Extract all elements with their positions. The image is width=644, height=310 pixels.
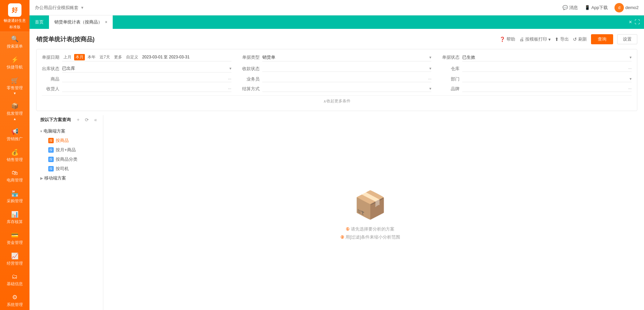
by-goods-cat-icon: 按 [48,157,54,162]
sidebar-item-search-label: 搜索菜单 [7,44,23,49]
tree-desktop-parent[interactable]: ▾ 电脑端方案 [36,126,103,136]
settle-dropdown-icon[interactable]: ▾ [429,86,431,91]
tab-report[interactable]: 销货单统计表（按商品） × [49,15,113,29]
ops-icon: 📈 [11,252,18,260]
print-icon: 🖨 [519,37,524,42]
tab-home[interactable]: 首页 [30,15,49,29]
empty-text-2: ② 用[过滤]条件来缩小分析范围 [340,234,400,240]
app-download-label: App下载 [591,5,608,11]
sidebar-item-quicknav[interactable]: ⚡ 快捷导航 [0,53,30,73]
sidebar-item-ops[interactable]: 📈 经营管理 [0,249,30,270]
tree-item-by-machine[interactable]: 按 按司机 [36,164,103,173]
date-label: 单据日期 [42,54,62,60]
collapse-label: 收起更多条件 [326,98,351,104]
logo-text: 畅捷通好生意 [4,18,26,23]
date-tab-7days[interactable]: 近7天 [98,54,111,60]
date-tabs: 上月 本月 本年 近7天 更多 自定义 [62,54,140,60]
message-btn[interactable]: 💬 消息 [562,5,578,11]
help-btn[interactable]: ❓ 帮助 [499,36,515,42]
refresh-btn[interactable]: ↺ 刷新 [573,36,587,42]
app-download-btn[interactable]: 📱 App下载 [585,5,608,11]
goods-control: ··· [62,76,231,82]
collapse-bar[interactable]: ∧ 收起更多条件 [42,95,632,107]
sidebar-item-retail[interactable]: 🛒 零售管理 ▾ [0,73,30,99]
date-tab-custom[interactable]: 自定义 [125,54,140,60]
stock-out-dropdown-icon[interactable]: ▾ [229,66,231,71]
sidebar-item-inventory[interactable]: 📊 库存核算 [0,207,30,228]
tabbar-right: × ⛶ [629,19,644,25]
tree-mobile-parent[interactable]: ▶ 移动端方案 [36,173,103,183]
date-control: 上月 本月 本年 近7天 更多 自定义 2023-03-01 至 2023-03… [62,53,231,61]
template-print-label: 按模板打印 [525,36,547,42]
sidebar-item-retail-label: 零售管理 [7,85,23,91]
brand-more-icon[interactable]: ··· [628,86,632,91]
dept-dropdown-icon[interactable]: ▾ [630,76,632,81]
consignee-label: 收货人 [42,86,62,92]
tree-item-by-goods-cat[interactable]: 按 按商品分类 [36,155,103,164]
sidebar-item-sales[interactable]: 💰 销售管理 [0,145,30,166]
desktop-chevron-icon: ▾ [40,129,42,134]
consignee-more-icon[interactable]: ··· [228,86,231,91]
inventory-icon: 📊 [11,211,18,218]
filter-dept: 部门 ▾ [442,76,632,82]
panel-refresh-icon[interactable]: ⟳ [84,116,90,123]
sidebar-item-search[interactable]: 🔍 搜索菜单 [0,32,30,53]
template-print-btn[interactable]: 🖨 按模板打印 ▾ [519,36,551,42]
right-section: 📦 ① 请先选择要分析的方案 ② 用[过滤]条件来缩小分析范围 [103,115,637,310]
doc-status-dropdown-icon[interactable]: ▾ [630,55,632,60]
sidebar-item-system-label: 系统管理 [7,302,23,308]
collapse-up-icon: ∧ [323,99,326,104]
sidebar-item-wholesale[interactable]: 📦 批发管理 ▴ [0,99,30,124]
mobile-chevron-icon: ▶ [40,176,43,180]
sidebar-item-system[interactable]: ⚙ 系统管理 [0,290,30,310]
date-tab-thisyear[interactable]: 本年 [86,54,97,60]
export-btn[interactable]: ⬆ 导出 [555,36,569,42]
tree-item-by-month-goods[interactable]: 按 按月+商品 [36,145,103,155]
filter-salesman: 业务员 ··· [242,76,432,82]
sidebar-item-marketing-label: 营销推广 [7,136,23,142]
step1-label: 请先选择要分析的方案 [351,226,394,232]
sidebar-item-purchase[interactable]: 🏪 采购管理 [0,187,30,207]
filter-area: 单据日期 上月 本月 本年 近7天 更多 自定义 2023-03-01 至 20… [36,49,637,111]
sidebar-item-ecommerce-label: 电商管理 [7,177,23,183]
sidebar-item-finance[interactable]: 💳 资金管理 [0,228,30,249]
panel-add-icon[interactable]: ＋ [75,116,82,123]
filter-doc-status: 单据状态 已生效 ▾ [442,54,632,61]
salesman-more-icon[interactable]: ··· [428,76,431,81]
page-header: 销货单统计表(按商品) ❓ 帮助 🖨 按模板打印 ▾ ⬆ 导出 [36,34,637,44]
doc-type-dropdown-icon[interactable]: ▾ [429,55,431,60]
brand-label: 品牌 [442,86,462,92]
sidebar-item-wholesale-label: 批发管理 [7,111,23,116]
date-tab-more[interactable]: 更多 [113,54,123,60]
sidebar-item-basic[interactable]: 🗂 基础信息 [0,270,30,290]
help-icon: ❓ [499,37,505,42]
doc-type-label: 单据类型 [242,54,262,60]
date-tab-thismonth[interactable]: 本月 [74,54,85,60]
tabbar-close-icon[interactable]: × [629,19,632,25]
stock-out-value: 已出库 [62,65,229,71]
tabbar-fullscreen-icon[interactable]: ⛶ [635,19,640,25]
sidebar-item-ecommerce[interactable]: 🛍 电商管理 [0,166,30,187]
collect-label: 收款状态 [242,66,262,72]
panel-collapse-icon[interactable]: « [92,116,99,123]
sidebar-item-purchase-label: 采购管理 [7,198,23,204]
topbar-dropdown-icon[interactable]: ▾ [81,5,84,10]
set-button[interactable]: 设置 [617,34,637,44]
consignee-control: ··· [62,86,231,92]
panel-header: 按以下方案查询 ＋ ⟳ « [36,115,103,124]
warehouse-more-icon[interactable]: ··· [628,66,632,71]
collect-dropdown-icon[interactable]: ▾ [429,66,431,71]
tab-close-icon[interactable]: × [105,20,107,24]
date-tab-lastmonth[interactable]: 上月 [62,54,73,60]
query-button[interactable]: 查询 [591,34,613,44]
settle-label: 结算方式 [242,86,262,92]
tree-item-by-goods[interactable]: 按 按商品 [36,136,103,145]
sidebar-item-marketing[interactable]: 📢 营销推广 [0,124,30,145]
retail-chevron: ▾ [14,91,16,96]
user-menu[interactable]: d demo2 [614,3,639,12]
topbar: 办公用品行业模拟账套 ▾ 💬 消息 📱 App下载 d demo2 [30,0,644,15]
sidebar-item-basic-label: 基础信息 [7,281,23,287]
page-container: 销货单统计表(按商品) ❓ 帮助 🖨 按模板打印 ▾ ⬆ 导出 [30,29,644,310]
page-body: 按以下方案查询 ＋ ⟳ « ▾ 电脑端方案 按 [36,115,637,310]
goods-more-icon[interactable]: ··· [228,76,231,81]
